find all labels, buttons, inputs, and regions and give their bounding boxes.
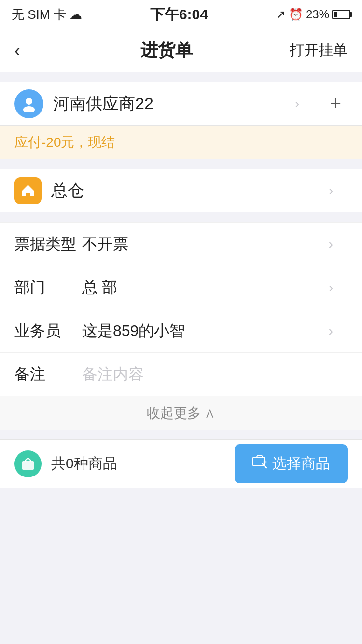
bottom-bar: 共0种商品 选择商品 xyxy=(0,439,362,488)
status-bar: 无 SIM 卡 ☁ 下午6:04 ↗ ⏰ 23% xyxy=(0,0,362,29)
supplier-row[interactable]: 河南供应商22 › + xyxy=(0,82,362,126)
svg-point-1 xyxy=(23,106,35,112)
collapse-button[interactable]: 收起更多 ∧ xyxy=(0,396,362,430)
warehouse-name: 总仓 xyxy=(51,180,329,202)
notice-text: 应付-20元，现结 xyxy=(14,135,115,150)
remark-input[interactable]: 备注内容 xyxy=(82,364,348,385)
ticket-type-value: 不开票 xyxy=(82,234,329,255)
section-gap-3 xyxy=(0,212,362,222)
field-row-department[interactable]: 部门 总 部 › xyxy=(0,266,362,309)
remark-label: 备注 xyxy=(14,364,82,385)
status-time: 下午6:04 xyxy=(150,5,208,25)
warehouse-card: 总仓 › xyxy=(0,169,362,212)
ticket-type-chevron-icon: › xyxy=(329,237,333,252)
field-row-salesperson[interactable]: 业务员 这是859的小智 › xyxy=(0,309,362,352)
select-product-icon xyxy=(252,455,267,472)
ticket-type-label: 票据类型 xyxy=(14,234,82,255)
nav-bar: ‹ 进货单 打开挂单 xyxy=(0,29,362,72)
select-product-label: 选择商品 xyxy=(272,454,330,474)
warehouse-icon xyxy=(14,177,42,204)
status-right: ↗ ⏰ 23% xyxy=(276,8,350,21)
add-supplier-button[interactable]: + xyxy=(314,82,348,126)
alarm-icon: ⏰ xyxy=(289,8,303,21)
select-product-button[interactable]: 选择商品 xyxy=(235,444,348,483)
battery-icon xyxy=(332,10,350,19)
svg-point-0 xyxy=(26,98,32,105)
department-label: 部门 xyxy=(14,277,82,298)
field-row-ticket-type[interactable]: 票据类型 不开票 › xyxy=(0,222,362,266)
product-icon xyxy=(14,450,42,477)
back-button[interactable]: ‹ xyxy=(14,41,43,61)
open-pending-button[interactable]: 打开挂单 xyxy=(290,41,348,60)
section-gap-1 xyxy=(0,72,362,82)
department-chevron-icon: › xyxy=(329,280,333,295)
warehouse-row[interactable]: 总仓 › xyxy=(0,169,362,212)
supplier-chevron-icon: › xyxy=(295,96,299,112)
supplier-card: 河南供应商22 › + 应付-20元，现结 xyxy=(0,82,362,159)
supplier-avatar xyxy=(14,89,43,118)
svg-rect-2 xyxy=(22,461,34,470)
battery-text: 23% xyxy=(306,8,329,21)
page-title: 进货单 xyxy=(140,39,193,62)
fields-card: 票据类型 不开票 › 部门 总 部 › 业务员 这是859的小智 › 备注 备注… xyxy=(0,222,362,430)
warehouse-chevron-icon: › xyxy=(329,183,333,198)
salesperson-label: 业务员 xyxy=(14,321,82,342)
section-gap-2 xyxy=(0,159,362,169)
collapse-label: 收起更多 ∧ xyxy=(147,404,216,422)
status-left: 无 SIM 卡 ☁ xyxy=(12,6,82,23)
salesperson-value: 这是859的小智 xyxy=(82,321,329,342)
department-value: 总 部 xyxy=(82,277,329,298)
product-count: 共0种商品 xyxy=(51,454,235,474)
notice-bar: 应付-20元，现结 xyxy=(0,126,362,159)
salesperson-chevron-icon: › xyxy=(329,323,333,339)
location-icon: ↗ xyxy=(276,8,286,21)
supplier-name: 河南供应商22 xyxy=(53,93,295,115)
field-row-remark[interactable]: 备注 备注内容 xyxy=(0,352,362,396)
signal-text: 无 SIM 卡 ☁ xyxy=(12,6,82,23)
